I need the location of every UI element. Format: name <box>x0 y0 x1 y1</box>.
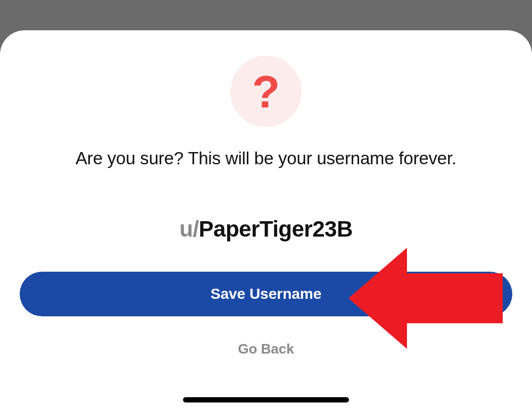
save-username-button[interactable]: Save Username <box>20 272 512 316</box>
go-back-button[interactable]: Go Back <box>238 341 294 357</box>
home-indicator[interactable] <box>183 397 349 402</box>
username-prefix: u/ <box>179 216 198 241</box>
confirmation-sheet: ? Are you sure? This will be your userna… <box>0 30 532 411</box>
username-value: PaperTiger23B <box>199 216 353 241</box>
username-display: u/PaperTiger23B <box>0 216 532 242</box>
question-mark-icon: ? <box>252 69 280 114</box>
confirmation-message: Are you sure? This will be your username… <box>0 148 532 169</box>
question-icon-circle: ? <box>230 56 302 127</box>
